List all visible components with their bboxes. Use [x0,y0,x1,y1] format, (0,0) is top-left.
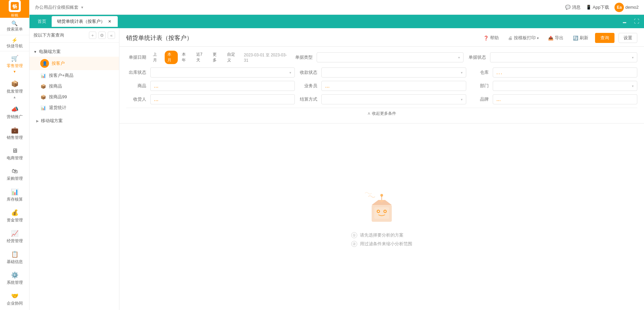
empty-state: ① 请先选择要分析的方案 ② 用过滤条件来缩小分析范围 [119,123,644,310]
consignee-select[interactable]: ... [150,94,295,104]
svg-point-9 [380,194,383,197]
doc-status-label: 单据状态 [468,54,486,60]
payment-arrow-icon: ▾ [461,98,463,101]
tree-item-by-customer-label: 按客户 [52,60,65,66]
tree-item-by-customer-product[interactable]: 📊 按客户+商品 [30,70,119,81]
wholesale-arrow-icon: ▲ [13,95,16,99]
staff-select[interactable]: ... [321,81,466,91]
help-icon: ❓ [483,36,489,41]
collapse-panel-button[interactable]: « [108,32,115,39]
date-tab-last-7[interactable]: 近7天 [194,51,209,64]
search-menu-button[interactable]: 🔍 搜索菜单 [0,18,30,35]
payment-select[interactable]: ▾ [321,94,466,104]
avatar-text: Ea [617,5,622,10]
content-area: 按以下方案查询 + ⚙ « ▼ 电脑端方案 � [30,28,644,310]
sidebar-item-operations-label: 经营管理 [7,238,23,244]
app-download-button[interactable]: 📱 App下载 [586,4,609,10]
tree-group-pc-header[interactable]: ▼ 电脑端方案 [30,47,119,57]
sidebar-item-ecommerce[interactable]: 🖥 电商管理 [0,144,30,164]
tree-group-mobile-header[interactable]: ▶ 移动端方案 [30,116,119,126]
operations-icon: 📈 [11,230,18,237]
tree-item-by-product[interactable]: 📦 按商品 [30,81,119,92]
date-tab-current-month[interactable]: 本月 [165,51,178,64]
tree-group-pc-arrow: ▼ [34,50,37,54]
sidebar-item-enterprise[interactable]: 🤝 企业协同 [0,289,30,310]
product-placeholder: ... [154,83,158,89]
date-tab-more[interactable]: 更多 [210,51,223,64]
brand-select[interactable]: ... [493,94,637,104]
refresh-button[interactable]: 🔄 刷新 [570,34,591,42]
staff-placeholder: ... [325,83,329,89]
doc-type-select[interactable]: ▾ [317,52,464,62]
collapse-up-icon: ∧ [367,111,372,116]
tree-group-pc: ▼ 电脑端方案 👤 按客户 📊 按客户+商品 [30,45,119,114]
sales-icon: 💼 [11,126,18,134]
refresh-label: 刷新 [580,35,588,41]
quick-nav-button[interactable]: ⚡ 快捷导航 [0,35,30,51]
tab-sales-stat[interactable]: 销货单统计表（按客户） ✕ [52,16,118,27]
receipt-status-select[interactable]: ▾ [321,67,466,78]
doc-status-arrow-icon: ▾ [632,56,634,59]
tree-item-return-stat[interactable]: 📊 退货统计 [30,102,119,113]
sidebar-item-marketing-label: 营销推广 [7,114,23,120]
setting-button[interactable]: 设置 [619,33,637,43]
help-button[interactable]: ❓ 帮助 [481,34,501,42]
sidebar-item-purchase[interactable]: 🛍 采购管理 [0,164,30,185]
warehouse-label: 仓库 [470,69,489,75]
product-select[interactable]: ... [150,81,295,91]
out-status-select[interactable]: ▾ [150,67,295,78]
product-label: 商品 [126,83,146,89]
sidebar-item-basic[interactable]: 📋 基础信息 [0,247,30,268]
filter-row-3: 商品 ... 业务员 ... 部门 ▾ [126,81,637,91]
tree-item-by-product-99[interactable]: 📦 按商品99 [30,92,119,102]
tab-home[interactable]: 首页 [32,16,52,27]
sidebar-item-sales[interactable]: 💼 销售管理 [0,123,30,144]
query-button[interactable]: 查询 [595,33,614,43]
dept-select[interactable]: ▾ [493,81,637,91]
doc-status-select[interactable]: ▾ [490,52,637,62]
date-tab-current-year[interactable]: 本年 [179,51,192,64]
sidebar-item-finance-label: 资金管理 [7,217,23,223]
add-scheme-button[interactable]: + [89,32,96,39]
date-tab-last-month[interactable]: 上月 [150,51,163,64]
sidebar-item-enterprise-label: 企业协同 [7,301,23,306]
tree-item-by-customer[interactable]: 👤 按客户 [30,57,119,70]
marketing-icon: 📣 [11,106,18,113]
doc-type-arrow-icon: ▾ [458,56,460,59]
message-icon: 💬 [565,5,571,10]
sidebar-item-inventory[interactable]: 📊 库存核算 [0,185,30,206]
sidebar-item-marketing[interactable]: 📣 营销推广 [0,102,30,123]
sidebar-item-operations[interactable]: 📈 经营管理 [0,226,30,247]
filter-row-1: 单据日期 上月 本月 本年 [126,51,637,64]
svg-text:畅: 畅 [12,4,17,9]
collapse-more-button[interactable]: ∧ 收起更多条件 [126,108,637,119]
warehouse-select[interactable]: ... [493,67,637,78]
sidebar-item-wholesale[interactable]: 📦 批发管理 ▲ [0,77,30,102]
help-label: 帮助 [490,35,499,41]
tree-group-mobile-arrow: ▶ [36,119,39,123]
tab-minimize-button[interactable]: 🗕 [620,18,629,25]
tree-item-by-product-99-label: 按商品99 [49,94,67,100]
out-status-arrow-icon: ▾ [289,71,291,74]
export-icon: 📤 [548,36,553,41]
dept-label: 部门 [470,83,489,89]
sidebar-item-finance[interactable]: 💰 资金管理 [0,206,30,226]
by-customer-active-dot: 👤 [40,59,49,68]
settings-scheme-button[interactable]: ⚙ [98,32,106,39]
tab-close-button[interactable]: ✕ [107,19,112,24]
date-tab-custom[interactable]: 自定义 [224,51,241,64]
tree-group-mobile: ▶ 移动端方案 [30,114,119,127]
tree-item-return-stat-label: 退货统计 [49,105,66,111]
dropdown-arrow-icon[interactable]: ▾ [81,5,83,10]
filter-row-2: 出库状态 ▾ 收款状态 ▾ 仓库 ... [126,67,637,78]
date-range-display: 2023-03-01 至 2023-03-31 [244,52,290,63]
message-button[interactable]: 💬 消息 [565,4,581,10]
user-menu[interactable]: Ea demo2 [614,3,639,12]
template-print-button[interactable]: 🖨 按模板打印 ▾ [505,34,541,42]
sidebar-item-retail[interactable]: 🛒 零售管理 ▼ [0,51,30,77]
tab-maximize-button[interactable]: ⛶ [632,18,641,25]
sidebar-item-system[interactable]: ⚙️ 系统管理 [0,268,30,289]
export-button[interactable]: 📤 导出 [545,34,566,42]
consignee-placeholder: ... [154,96,158,102]
header-right: 💬 消息 📱 App下载 Ea demo2 [565,3,639,12]
